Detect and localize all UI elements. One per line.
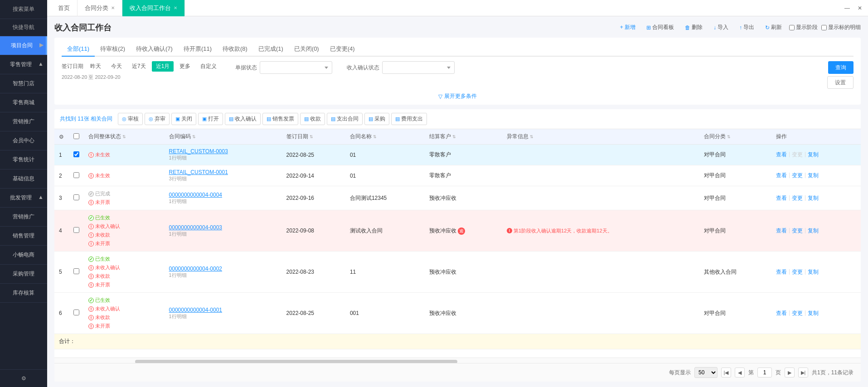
status-tab-changed[interactable]: 已变更(4) xyxy=(325,42,360,57)
show-stages-checkbox-label[interactable]: 显示阶段 xyxy=(789,24,818,31)
row-select-checkbox[interactable] xyxy=(73,194,79,200)
contract-code-link[interactable]: 0000000000004-0004 xyxy=(169,192,277,198)
close-contract-btn[interactable]: ▣关闭 xyxy=(171,113,196,125)
sidebar-item-sales-mgmt[interactable]: 销售管理 xyxy=(0,227,47,246)
query-btn[interactable]: 查询 xyxy=(828,61,853,74)
change-btn[interactable]: 变更 xyxy=(792,310,803,317)
close-icon[interactable]: ✕ xyxy=(174,5,177,10)
filter-date-yesterday[interactable]: 昨天 xyxy=(86,61,105,72)
abandon-audit-btn[interactable]: ◎弃审 xyxy=(145,113,170,125)
tab-home[interactable]: 首页 xyxy=(51,0,78,16)
audit-btn[interactable]: ◎审核 xyxy=(118,113,143,125)
copy-btn[interactable]: 复制 xyxy=(808,227,819,235)
set-btn[interactable]: 设置 xyxy=(827,76,853,89)
income-confirm-btn[interactable]: ▤收入确认 xyxy=(225,113,261,125)
filter-date-1month[interactable]: 近1月 xyxy=(152,61,174,72)
copy-btn[interactable]: 复制 xyxy=(808,194,819,202)
income-confirm-select[interactable] xyxy=(382,61,455,74)
sidebar-search[interactable]: 搜索菜单 xyxy=(0,0,47,19)
purchase-btn[interactable]: ▤采购 xyxy=(364,113,389,125)
prev-page-btn[interactable]: ◀ xyxy=(735,368,745,377)
sidebar-item-marketing2[interactable]: 营销推广 xyxy=(0,208,47,227)
kanban-btn[interactable]: ⊞ 合同看板 xyxy=(643,22,678,33)
view-btn[interactable]: 查看 xyxy=(776,172,787,179)
sidebar-item-project[interactable]: 项目合同 ▶ xyxy=(0,36,47,55)
minimize-btn[interactable]: — xyxy=(843,4,852,13)
row-select-checkbox[interactable] xyxy=(73,268,79,274)
row-select-checkbox[interactable] xyxy=(73,227,79,233)
filter-date-more[interactable]: 更多 xyxy=(175,61,194,72)
sidebar-item-retail-ecom[interactable]: 零售商城 xyxy=(0,93,47,112)
page-size-select[interactable]: 50 10 20 100 xyxy=(694,367,718,378)
sidebar-item-purchase[interactable]: 采购管理 xyxy=(0,265,47,284)
copy-btn[interactable]: 复制 xyxy=(808,151,819,159)
sales-invoice-btn[interactable]: ▤销售发票 xyxy=(262,113,298,125)
filter-date-7days[interactable]: 近7天 xyxy=(128,61,150,72)
close-window-btn[interactable]: ✕ xyxy=(855,4,864,13)
expand-filter-btn[interactable]: ▽ 展开更多条件 xyxy=(438,92,477,100)
contract-code-link[interactable]: RETAIL_CUSTOM-0003 xyxy=(169,148,277,155)
filter-date-custom[interactable]: 自定义 xyxy=(196,61,221,72)
status-tab-pending-invoice[interactable]: 待开票(11) xyxy=(178,42,217,57)
copy-btn[interactable]: 复制 xyxy=(808,172,819,179)
new-btn[interactable]: + 新增 xyxy=(616,22,639,33)
contract-code-link[interactable]: 0000000000004-0001 xyxy=(169,307,277,313)
view-btn[interactable]: 查看 xyxy=(776,268,787,276)
change-btn[interactable]: 变更 xyxy=(792,172,803,179)
last-page-btn[interactable]: ▶| xyxy=(798,368,808,377)
horizontal-scrollbar[interactable] xyxy=(54,358,861,363)
show-details-checkbox[interactable] xyxy=(821,25,827,30)
page-input[interactable] xyxy=(757,368,772,377)
status-tab-all[interactable]: 全部(11) xyxy=(62,42,95,57)
show-details-checkbox-label[interactable]: 显示标的明细 xyxy=(821,24,861,31)
change-btn[interactable]: 变更 xyxy=(792,227,803,235)
view-btn[interactable]: 查看 xyxy=(776,194,787,202)
expense-contract-btn[interactable]: ▤支出合同 xyxy=(327,113,363,125)
contract-code-link[interactable]: 0000000000004-0003 xyxy=(169,224,277,231)
row-select-checkbox[interactable] xyxy=(73,151,79,157)
delete-btn[interactable]: 🗑 删除 xyxy=(681,22,706,33)
sidebar-item-member[interactable]: 会员中心 xyxy=(0,131,47,150)
sidebar-item-retail-mgmt[interactable]: 零售管理 ▲ xyxy=(0,55,47,74)
status-tab-pending-income[interactable]: 待收入确认(7) xyxy=(131,42,178,57)
first-page-btn[interactable]: |◀ xyxy=(721,368,731,377)
copy-btn[interactable]: 复制 xyxy=(808,310,819,317)
change-btn[interactable]: 变更 xyxy=(792,268,803,276)
sidebar-item-retail-stat[interactable]: 零售统计 xyxy=(0,150,47,169)
sidebar-item-inventory[interactable]: 库存核算 xyxy=(0,284,47,303)
change-btn[interactable]: 变更 xyxy=(792,151,803,159)
refresh-btn[interactable]: ↻ 刷新 xyxy=(761,22,786,33)
sidebar-item-xiaochangec[interactable]: 小畅电商 xyxy=(0,246,47,265)
sidebar-item-smart-store[interactable]: 智慧门店 xyxy=(0,74,47,93)
contract-code-link[interactable]: RETAIL_CUSTOM-0001 xyxy=(169,169,277,175)
sidebar-settings[interactable]: ⚙ xyxy=(0,369,47,387)
copy-btn[interactable]: 复制 xyxy=(808,268,819,276)
expense-out-btn[interactable]: ▤费用支出 xyxy=(391,113,427,125)
sidebar-item-base-info[interactable]: 基础信息 xyxy=(0,169,47,189)
open-contract-btn[interactable]: ▣打开 xyxy=(198,113,223,125)
sidebar-item-wholesale[interactable]: 批发管理 ▲ xyxy=(0,189,47,208)
row-select-checkbox[interactable] xyxy=(73,172,79,178)
view-btn[interactable]: 查看 xyxy=(776,310,787,317)
select-all-checkbox[interactable] xyxy=(73,133,79,139)
sidebar-quick-nav[interactable]: 快捷导航 xyxy=(0,19,47,36)
doc-status-select[interactable] xyxy=(260,61,332,74)
close-icon[interactable]: ✕ xyxy=(111,5,115,10)
change-btn[interactable]: 变更 xyxy=(792,194,803,202)
sidebar-item-marketing1[interactable]: 营销推广 xyxy=(0,112,47,131)
view-btn[interactable]: 查看 xyxy=(776,151,787,159)
export-btn[interactable]: ↑ 导出 xyxy=(736,22,758,33)
status-tab-pending-review[interactable]: 待审核(2) xyxy=(95,42,131,57)
next-page-btn[interactable]: ▶ xyxy=(785,368,795,377)
view-btn[interactable]: 查看 xyxy=(776,227,787,235)
payment-btn[interactable]: ▤收款 xyxy=(300,113,325,125)
status-tab-completed[interactable]: 已完成(1) xyxy=(253,42,289,57)
filter-date-today[interactable]: 今天 xyxy=(107,61,126,72)
status-tab-closed[interactable]: 已关闭(0) xyxy=(289,42,325,57)
tab-income-workbench[interactable]: 收入合同工作台 ✕ xyxy=(122,0,185,16)
status-tab-pending-payment[interactable]: 待收款(8) xyxy=(217,42,253,57)
import-btn[interactable]: ↓ 导入 xyxy=(710,22,732,33)
row-select-checkbox[interactable] xyxy=(73,310,79,315)
tab-contract-category[interactable]: 合同分类 ✕ xyxy=(78,0,122,16)
show-stages-checkbox[interactable] xyxy=(789,25,795,30)
